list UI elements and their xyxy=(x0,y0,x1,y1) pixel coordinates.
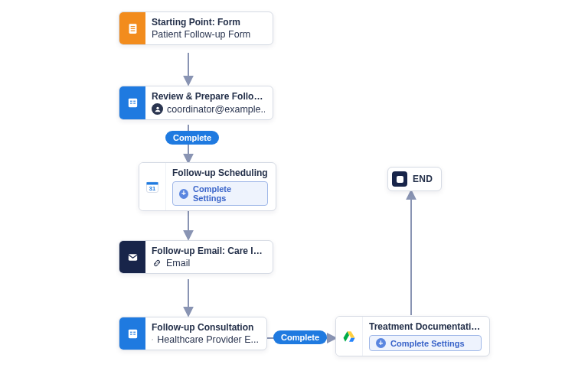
edge-label-consult-complete: Complete xyxy=(273,330,327,344)
node-review-prepare[interactable]: Review & Prepare Follow-up ... coordinat… xyxy=(119,86,273,120)
drive-icon xyxy=(336,317,363,356)
account-icon xyxy=(152,103,163,115)
complete-settings-button[interactable]: + Complete Settings xyxy=(369,335,482,351)
svg-rect-21 xyxy=(129,331,132,332)
complete-settings-button[interactable]: + Complete Settings xyxy=(172,181,268,206)
svg-rect-12 xyxy=(129,103,132,104)
node-title: Follow-up Email: Care Instru... xyxy=(152,246,265,256)
task-icon xyxy=(119,86,145,119)
node-subtitle: Healthcare Provider E... xyxy=(152,334,259,345)
svg-rect-10 xyxy=(128,99,136,107)
node-title: Follow-up Scheduling xyxy=(172,168,268,178)
task-icon xyxy=(119,317,145,350)
svg-rect-23 xyxy=(133,331,136,332)
svg-rect-20 xyxy=(128,329,136,337)
svg-rect-9 xyxy=(130,30,135,31)
node-start-form[interactable]: Starting Point: Form Patient Follow-up F… xyxy=(119,11,273,45)
stop-icon xyxy=(392,171,407,187)
node-title: Follow-up Consultation xyxy=(152,322,259,333)
connectors xyxy=(0,0,588,384)
svg-rect-7 xyxy=(130,25,135,26)
node-follow-up-consultation[interactable]: Follow-up Consultation Healthcare Provid… xyxy=(119,317,267,350)
node-follow-up-email[interactable]: Follow-up Email: Care Instru... Email xyxy=(119,240,273,274)
plus-circle-icon: + xyxy=(179,189,188,199)
node-title: Review & Prepare Follow-up ... xyxy=(152,91,265,102)
svg-rect-22 xyxy=(129,334,132,334)
svg-rect-24 xyxy=(133,334,136,334)
svg-rect-17 xyxy=(147,182,158,184)
link-icon xyxy=(152,258,162,268)
node-subtitle: coordinator@example... xyxy=(152,103,265,115)
svg-rect-8 xyxy=(130,28,135,28)
calendar-icon: 31 xyxy=(139,163,166,210)
svg-text:31: 31 xyxy=(149,185,155,192)
form-icon xyxy=(119,12,145,44)
node-subtitle: Email xyxy=(152,258,265,268)
svg-rect-14 xyxy=(133,103,136,104)
node-treatment-documentation[interactable]: Treatment Documentation + Complete Setti… xyxy=(335,316,490,356)
svg-rect-13 xyxy=(133,101,136,102)
node-follow-up-scheduling[interactable]: 31 Follow-up Scheduling + Complete Setti… xyxy=(139,162,276,211)
edge-label-review-complete: Complete xyxy=(165,131,219,145)
svg-point-15 xyxy=(156,106,158,109)
end-label: END xyxy=(413,174,433,184)
node-subtitle: Patient Follow-up Form xyxy=(152,29,265,40)
svg-rect-11 xyxy=(129,101,132,102)
node-title: Starting Point: Form xyxy=(152,17,265,28)
link-icon xyxy=(152,334,153,345)
plus-circle-icon: + xyxy=(376,338,386,348)
mail-icon xyxy=(119,241,145,273)
node-title: Treatment Documentation xyxy=(369,321,482,332)
node-end[interactable]: END xyxy=(387,167,442,191)
